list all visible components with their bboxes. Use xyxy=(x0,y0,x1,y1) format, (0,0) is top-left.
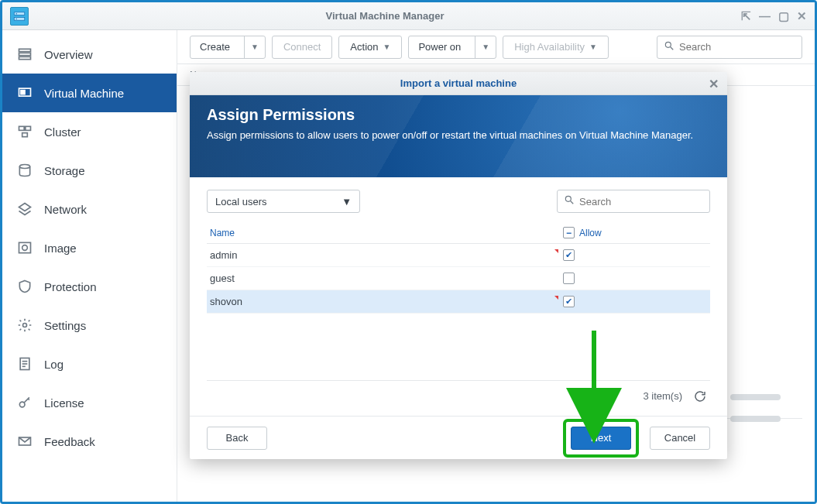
th-allow[interactable]: Allow xyxy=(563,227,602,238)
refresh-icon[interactable] xyxy=(693,389,707,403)
svg-rect-13 xyxy=(19,242,31,252)
modal-rows: adminguestshovon xyxy=(207,244,710,314)
sidebar-item-label: Cluster xyxy=(44,125,81,139)
close-icon[interactable]: ✕ xyxy=(797,9,807,23)
th-name[interactable]: Name xyxy=(207,228,563,238)
table-row[interactable]: admin xyxy=(207,244,710,267)
sidebar-item-image[interactable]: Image xyxy=(2,228,177,267)
allow-checkbox[interactable] xyxy=(563,273,575,284)
minimize-icon[interactable]: — xyxy=(759,9,771,23)
import-vm-modal: Import a virtual machine ✕ Assign Permis… xyxy=(190,72,727,459)
svg-rect-0 xyxy=(14,12,25,15)
checkbox-all[interactable] xyxy=(563,227,575,238)
cell-name: admin xyxy=(207,249,563,261)
sidebar-item-label: Network xyxy=(44,203,87,216)
svg-rect-4 xyxy=(19,49,31,51)
modal-body: Local users ▼ Name Allow adminguestshovo… xyxy=(190,177,727,416)
pager-count: 3 item(s) xyxy=(643,390,682,402)
sidebar-item-protection[interactable]: Protection xyxy=(2,267,177,306)
sidebar: Overview Virtual Machine Cluster Storage… xyxy=(2,30,177,502)
cluster-icon xyxy=(16,123,33,140)
back-button[interactable]: Back xyxy=(207,427,267,450)
chevron-down-icon: ▼ xyxy=(342,196,352,207)
create-label: Create xyxy=(191,36,239,58)
sidebar-item-license[interactable]: License xyxy=(2,383,177,422)
modal-search[interactable] xyxy=(557,190,710,213)
sidebar-item-virtual-machine[interactable]: Virtual Machine xyxy=(2,74,177,112)
sidebar-item-storage[interactable]: Storage xyxy=(2,151,177,190)
create-button[interactable]: Create ▼ xyxy=(190,36,266,59)
svg-point-24 xyxy=(565,196,571,201)
sidebar-item-overview[interactable]: Overview xyxy=(2,35,177,74)
banner-description: Assign permissions to allow users to pow… xyxy=(207,129,710,142)
protection-icon xyxy=(16,278,33,295)
cell-allow xyxy=(563,273,575,284)
vm-icon xyxy=(16,84,33,101)
flag-icon xyxy=(554,249,558,253)
titlebar: Virtual Machine Manager ⇱ — ▢ ✕ xyxy=(2,2,815,30)
chevron-down-icon[interactable]: ▼ xyxy=(475,36,496,58)
svg-point-20 xyxy=(19,402,25,407)
table-row[interactable]: guest xyxy=(207,267,710,290)
chevron-down-icon: ▼ xyxy=(383,43,391,51)
progress-bar xyxy=(730,416,781,422)
flag-icon xyxy=(554,296,558,300)
svg-rect-10 xyxy=(26,126,31,130)
allow-checkbox[interactable] xyxy=(563,249,575,261)
sidebar-item-label: Overview xyxy=(44,48,93,61)
log-icon xyxy=(16,355,33,372)
mail-icon xyxy=(16,433,33,450)
modal-title: Import a virtual machine xyxy=(400,77,517,89)
sidebar-item-log[interactable]: Log xyxy=(2,345,177,383)
modal-banner: Assign Permissions Assign permissions to… xyxy=(190,95,727,177)
svg-rect-9 xyxy=(19,126,25,130)
modal-search-input[interactable] xyxy=(579,196,695,207)
action-button[interactable]: Action▼ xyxy=(338,36,402,59)
sidebar-item-network[interactable]: Network xyxy=(2,190,177,228)
overview-icon xyxy=(16,46,33,63)
sidebar-item-feedback[interactable]: Feedback xyxy=(2,422,177,461)
chevron-down-icon[interactable]: ▼ xyxy=(244,36,265,58)
sidebar-item-cluster[interactable]: Cluster xyxy=(2,112,177,151)
maximize-icon[interactable]: ▢ xyxy=(778,9,789,23)
sidebar-item-settings[interactable]: Settings xyxy=(2,306,177,345)
cell-name: shovon xyxy=(207,296,563,307)
svg-line-23 xyxy=(671,46,674,50)
svg-point-15 xyxy=(23,324,27,327)
svg-point-12 xyxy=(19,165,29,169)
cell-allow xyxy=(563,296,575,307)
sidebar-item-label: Log xyxy=(44,358,64,371)
network-icon xyxy=(16,201,33,218)
window-title: Virtual Machine Manager xyxy=(29,10,741,22)
search-box[interactable] xyxy=(657,36,802,59)
next-highlight: Next xyxy=(563,419,639,458)
gear-icon xyxy=(16,317,33,334)
user-scope-select[interactable]: Local users ▼ xyxy=(207,190,360,213)
sidebar-item-label: Protection xyxy=(44,280,97,293)
svg-point-14 xyxy=(22,245,28,251)
svg-rect-1 xyxy=(14,17,25,20)
svg-point-2 xyxy=(16,12,18,14)
svg-rect-5 xyxy=(19,53,31,55)
sidebar-item-label: License xyxy=(44,396,84,410)
storage-icon xyxy=(16,162,33,179)
sidebar-item-label: Storage xyxy=(44,164,85,177)
allow-checkbox[interactable] xyxy=(563,296,575,307)
high-availability-button[interactable]: High Availability▼ xyxy=(503,36,609,59)
next-button[interactable]: Next xyxy=(571,427,631,450)
pin-icon[interactable]: ⇱ xyxy=(741,9,751,23)
power-on-label: Power on xyxy=(409,36,470,58)
key-icon xyxy=(16,394,33,411)
toolbar: Create ▼ Connect Action▼ Power on ▼ High… xyxy=(177,30,815,64)
power-on-button[interactable]: Power on ▼ xyxy=(408,36,496,59)
close-icon[interactable]: ✕ xyxy=(705,76,721,91)
connect-button[interactable]: Connect xyxy=(272,36,332,59)
cell-name: guest xyxy=(207,273,563,284)
svg-rect-8 xyxy=(21,91,25,94)
table-row[interactable]: shovon xyxy=(207,290,710,314)
cell-allow xyxy=(563,249,575,261)
cancel-button[interactable]: Cancel xyxy=(650,427,710,450)
search-input[interactable] xyxy=(679,41,795,53)
app-icon xyxy=(10,7,29,26)
banner-title: Assign Permissions xyxy=(207,106,710,124)
